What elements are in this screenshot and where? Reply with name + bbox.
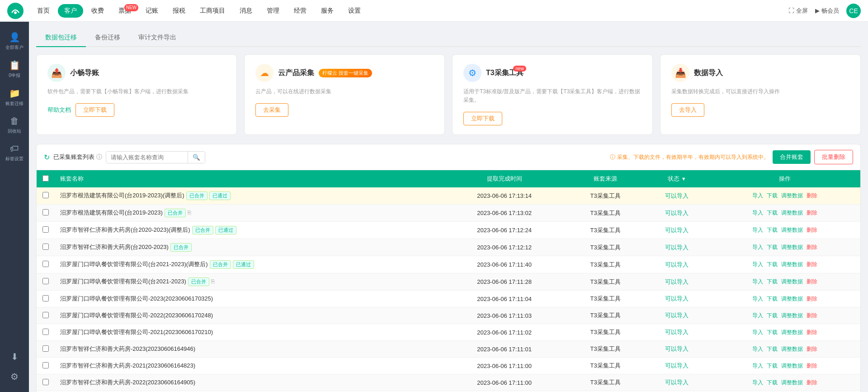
row-action-下载[interactable]: 下载 [767, 363, 778, 369]
nav-item-收费[interactable]: 收费 [85, 4, 110, 18]
row-action-删除[interactable]: 删除 [807, 329, 817, 335]
row-action-导入[interactable]: 导入 [752, 210, 763, 216]
row-action-导入[interactable]: 导入 [752, 363, 763, 369]
merge-btn[interactable]: 合并账套 [773, 150, 811, 164]
batch-delete-btn[interactable]: 批量删除 [814, 150, 853, 164]
sidebar-item-3[interactable]: 🗑回收站 [0, 111, 29, 139]
refresh-icon[interactable]: ↻ [44, 153, 50, 162]
nav-item-设置[interactable]: 设置 [342, 4, 367, 18]
nav-item-经营[interactable]: 经营 [288, 4, 313, 18]
row-action-调整数据[interactable]: 调整数据 [781, 296, 803, 302]
row-checkbox-4[interactable] [42, 261, 49, 267]
row-action-调整数据[interactable]: 调整数据 [781, 261, 803, 268]
nav-item-首页[interactable]: 首页 [31, 4, 56, 18]
row-action-导入[interactable]: 导入 [752, 261, 763, 268]
sidebar-bottom-item-1[interactable]: ⚙ [0, 367, 29, 387]
sidebar-item-0[interactable]: 👤全部客户 [0, 27, 29, 55]
tab-0[interactable]: 数据包迁移 [36, 29, 86, 47]
member-btn[interactable]: ▶ 畅会员 [815, 7, 839, 15]
nav-item-工商项目[interactable]: 工商项目 [193, 4, 231, 18]
row-action-导入[interactable]: 导入 [752, 346, 763, 352]
status-filter-icon[interactable]: ▼ [681, 176, 686, 182]
row-checkbox-11[interactable] [42, 379, 49, 385]
row-action-调整数据[interactable]: 调整数据 [781, 227, 803, 233]
row-action-导入[interactable]: 导入 [752, 329, 763, 335]
logo[interactable] [7, 3, 24, 19]
sidebar-bottom-item-0[interactable]: ⬇ [0, 347, 29, 367]
row-copy-icon[interactable]: ⎘ [211, 278, 215, 285]
row-action-调整数据[interactable]: 调整数据 [781, 363, 803, 369]
card-action-btn-1-0[interactable]: 去采集 [255, 103, 288, 117]
card-action-link-0-0[interactable]: 帮助文档 [47, 106, 71, 114]
select-all-checkbox[interactable] [42, 175, 49, 182]
row-checkbox-6[interactable] [42, 295, 49, 301]
row-action-调整数据[interactable]: 调整数据 [781, 210, 803, 216]
row-action-下载[interactable]: 下载 [767, 296, 778, 302]
row-action-删除[interactable]: 删除 [807, 192, 817, 199]
nav-item-客户[interactable]: 客户 [58, 4, 83, 18]
row-checkbox-0[interactable] [42, 192, 49, 198]
row-action-删除[interactable]: 删除 [807, 296, 817, 302]
row-checkbox-1[interactable] [42, 209, 49, 215]
row-action-删除[interactable]: 删除 [807, 227, 817, 233]
row-action-下载[interactable]: 下载 [767, 329, 778, 335]
row-checkbox-10[interactable] [42, 362, 49, 368]
row-action-导入[interactable]: 导入 [752, 192, 763, 199]
nav-item-报税[interactable]: 报税 [166, 4, 192, 18]
tab-1[interactable]: 备份迁移 [86, 29, 129, 47]
nav-item-消息[interactable]: 消息 [233, 4, 259, 18]
row-action-调整数据[interactable]: 调整数据 [781, 278, 803, 285]
row-action-下载[interactable]: 下载 [767, 244, 778, 250]
search-button[interactable]: 🔍 [188, 152, 205, 163]
card-action-btn-3-0[interactable]: 去导入 [671, 103, 704, 117]
row-action-导入[interactable]: 导入 [752, 227, 763, 233]
row-checkbox-9[interactable] [42, 345, 49, 352]
row-action-下载[interactable]: 下载 [767, 192, 778, 199]
row-checkbox-3[interactable] [42, 244, 49, 250]
row-action-删除[interactable]: 删除 [807, 379, 817, 386]
search-input[interactable] [106, 152, 188, 163]
sidebar-item-1[interactable]: 📋0申报 [0, 55, 29, 83]
row-action-调整数据[interactable]: 调整数据 [781, 379, 803, 386]
row-action-删除[interactable]: 删除 [807, 278, 817, 285]
row-action-下载[interactable]: 下载 [767, 227, 778, 233]
row-action-导入[interactable]: 导入 [752, 244, 763, 250]
tab-2[interactable]: 审计文件导出 [129, 29, 185, 47]
row-action-删除[interactable]: 删除 [807, 244, 817, 250]
nav-item-管理[interactable]: 管理 [260, 4, 286, 18]
row-action-删除[interactable]: 删除 [807, 346, 817, 352]
row-action-导入[interactable]: 导入 [752, 296, 763, 302]
row-action-下载[interactable]: 下载 [767, 379, 778, 386]
card-action-btn-2-0[interactable]: 立即下载 [463, 112, 502, 125]
row-action-导入[interactable]: 导入 [752, 278, 763, 285]
sidebar-item-4[interactable]: 🏷标签设置 [0, 139, 29, 167]
row-action-删除[interactable]: 删除 [807, 210, 817, 216]
row-action-导入[interactable]: 导入 [752, 379, 763, 386]
row-checkbox-5[interactable] [42, 278, 49, 284]
row-action-调整数据[interactable]: 调整数据 [781, 312, 803, 319]
row-checkbox-7[interactable] [42, 312, 49, 318]
row-action-调整数据[interactable]: 调整数据 [781, 346, 803, 352]
nav-item-服务[interactable]: 服务 [315, 4, 340, 18]
sidebar-item-2[interactable]: 📁账套迁移 [0, 83, 29, 111]
card-action-btn-0-1[interactable]: 立即下载 [75, 103, 114, 117]
row-action-下载[interactable]: 下载 [767, 346, 778, 352]
row-copy-icon[interactable]: ⎘ [188, 209, 191, 216]
row-action-下载[interactable]: 下载 [767, 312, 778, 319]
nav-item-票据[interactable]: 票据NEW [112, 4, 137, 18]
row-action-下载[interactable]: 下载 [767, 261, 778, 268]
row-action-下载[interactable]: 下载 [767, 278, 778, 285]
nav-item-记账[interactable]: 记账 [139, 4, 165, 18]
row-checkbox-2[interactable] [42, 226, 49, 233]
row-action-导入[interactable]: 导入 [752, 312, 763, 319]
row-checkbox-8[interactable] [42, 329, 49, 335]
row-action-删除[interactable]: 删除 [807, 261, 817, 268]
row-action-删除[interactable]: 删除 [807, 363, 817, 369]
row-action-调整数据[interactable]: 调整数据 [781, 244, 803, 250]
row-action-调整数据[interactable]: 调整数据 [781, 329, 803, 335]
row-action-下载[interactable]: 下载 [767, 210, 778, 216]
avatar[interactable]: CE [846, 4, 861, 18]
row-action-删除[interactable]: 删除 [807, 312, 817, 319]
help-icon[interactable]: ⓘ [96, 153, 102, 161]
fullscreen-btn[interactable]: ⛶ 全屏 [788, 7, 808, 15]
